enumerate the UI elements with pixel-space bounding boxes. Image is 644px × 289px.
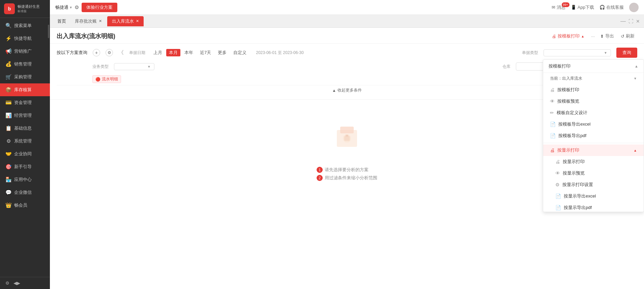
tip-1-text: 请先选择要分析的方案: [325, 167, 369, 173]
sidebar-item-operation[interactable]: 📊 经营管理: [0, 109, 50, 122]
sidebar-item-system[interactable]: ⚙ 系统管理: [0, 135, 50, 148]
sidebar-scrollbar-thumb[interactable]: [48, 25, 49, 38]
date-opt-prev-month[interactable]: 上月: [151, 49, 165, 56]
sidebar-item-marketing[interactable]: 📢 营销推广: [0, 45, 50, 58]
app-download-label: App下载: [578, 4, 594, 10]
panel-item-display-print[interactable]: 🖨 按显示打印: [543, 156, 644, 167]
online-service-button[interactable]: 🎧 在线客服: [599, 4, 624, 10]
panel-item-display-preview[interactable]: 👁 按显示预览: [543, 167, 644, 179]
refresh-button[interactable]: ↺ 刷新: [618, 32, 637, 41]
tab-home[interactable]: 首页: [54, 16, 69, 26]
footer-settings-icon[interactable]: ⚙: [5, 281, 9, 286]
sidebar-item-search[interactable]: 🔍 搜索菜单: [0, 19, 50, 32]
item-label: 模板自定义设计: [557, 110, 587, 116]
panel-item-template-excel[interactable]: 📄 按模板导出excel: [543, 119, 644, 130]
printer-icon: 🖨: [550, 87, 555, 93]
date-opt-custom[interactable]: 自定义: [231, 49, 249, 56]
sidebar-label-wechat: 企业微信: [14, 189, 32, 195]
sidebar-item-apps[interactable]: 🏪 应用中心: [0, 173, 50, 186]
tab-maximize-icon[interactable]: ⛶: [628, 19, 633, 24]
svg-rect-4: [346, 135, 348, 137]
marketing-icon: 📢: [5, 48, 11, 54]
sidebar-item-inventory[interactable]: 📦 库存核算: [0, 83, 50, 96]
page-header: 出入库流水(流水明细) 🖨 按模板打印 ▲ ··· ⬆ 导出 ↺: [50, 28, 644, 44]
tip-2-text: 用过滤条件来缩小分析范围: [325, 175, 377, 181]
panel-item-template-pdf[interactable]: 📄 按模板导出pdf: [543, 130, 644, 141]
date-opt-this-year[interactable]: 本年: [182, 49, 196, 56]
item-label: 按显示预览: [563, 170, 585, 176]
panel-current[interactable]: 当前：出入库流水 ▼: [543, 73, 644, 84]
footer-collapse-icon[interactable]: ◀▶: [13, 281, 20, 286]
panel-header-label: 按模板打印: [549, 63, 570, 69]
settings-icon: ⚙: [555, 182, 560, 187]
app-download-icon: 📱: [571, 5, 576, 10]
tab-close-all-icon[interactable]: ✕: [636, 19, 640, 24]
panel-item-template-print[interactable]: 🖨 按模板打印: [543, 84, 644, 96]
query-button[interactable]: 查询: [616, 48, 637, 58]
header-gear-icon[interactable]: ⚙: [75, 4, 79, 10]
tab-batch-close[interactable]: ✕: [99, 19, 102, 23]
preview-icon-2: 👁: [555, 170, 560, 176]
print-template-button[interactable]: 🖨 按模板打印 ▲: [549, 32, 587, 41]
trial-button[interactable]: 体验行业方案: [82, 3, 117, 12]
refresh-icon: ↺: [621, 34, 624, 39]
add-filter-button[interactable]: +: [93, 49, 100, 56]
sidebar-item-guide[interactable]: 🎯 新手引导: [0, 160, 50, 173]
sidebar-item-member[interactable]: 👑 畅会员: [0, 199, 50, 212]
panel-current-label: 当前：出入库流水: [550, 76, 582, 81]
sidebar-label-shortcut: 快捷导航: [14, 35, 32, 42]
page-content: 出入库流水(流水明细) 🖨 按模板打印 ▲ ··· ⬆ 导出 ↺: [50, 28, 644, 289]
tab-bar: 首页 库存批次账 ✕ 出入库流水 ✕ — ⛶ ✕: [50, 15, 644, 28]
tab-flow[interactable]: 出入库流水 ✕: [107, 16, 144, 26]
message-button[interactable]: ✉ 消息 99+: [552, 4, 565, 10]
sidebar-item-purchase[interactable]: 🛒 采购管理: [0, 71, 50, 83]
app-download-button[interactable]: 📱 App下载: [571, 4, 594, 10]
panel-item-template-preview[interactable]: 👁 按模板预览: [543, 96, 644, 107]
tab-minimize-icon[interactable]: —: [620, 18, 626, 24]
system-icon: ⚙: [5, 138, 11, 144]
chevron-up-icon: ▲: [332, 88, 336, 93]
date-opt-more[interactable]: 更多: [215, 49, 229, 56]
sidebar-nav: 🔍 搜索菜单 ⚡ 快捷导航 📢 营销推广 💰 销售管理 🛒 采购管理 📦 库存核…: [0, 18, 50, 277]
more-dots[interactable]: ···: [590, 32, 596, 40]
tag-icon: 🔴: [95, 77, 100, 82]
item-label: 按显示打印: [557, 147, 579, 153]
sales-icon: 💰: [5, 61, 11, 67]
filter-settings-button[interactable]: ⚙: [106, 49, 113, 56]
sidebar-label-inventory: 库存核算: [14, 87, 32, 93]
panel-header-arrow: ▲: [635, 64, 638, 68]
sidebar-item-wechat[interactable]: 💬 企业微信: [0, 186, 50, 199]
sidebar: b 畅捷通好生意 标准版 🔍 搜索菜单 ⚡ 快捷导航 📢 营销推广 💰 销售管理…: [0, 0, 50, 289]
tab-batch[interactable]: 库存批次账 ✕: [70, 16, 107, 26]
apps-icon: 🏪: [5, 177, 11, 183]
sidebar-label-finance: 资金管理: [14, 100, 32, 106]
panel-item-display-print-settings[interactable]: ⚙ 按显示打印设置: [543, 179, 644, 190]
sidebar-item-shortcut[interactable]: ⚡ 快捷导航: [0, 32, 50, 45]
sidebar-item-collab[interactable]: 🤝 企业协同: [0, 148, 50, 160]
panel-item-display-pdf[interactable]: 📄 按显示导出pdf: [543, 202, 644, 212]
user-dropdown-icon[interactable]: ▾: [70, 5, 72, 10]
empty-tips: 1 请先选择要分析的方案 2 用过滤条件来缩小分析范围: [317, 167, 377, 181]
export-icon: ⬆: [600, 34, 604, 39]
biz-type-select[interactable]: ▼: [114, 63, 154, 70]
panel-item-display-print-group[interactable]: 🖨 按显示打印 ▲: [543, 144, 644, 156]
panel-item-template-custom[interactable]: ✏ 模板自定义设计: [543, 107, 644, 119]
voucher-type-select[interactable]: ▼: [544, 49, 611, 56]
panel-header[interactable]: 按模板打印 ▲: [543, 60, 644, 73]
panel-item-display-excel[interactable]: 📄 按显示导出excel: [543, 190, 644, 202]
date-opt-7days[interactable]: 近7天: [197, 49, 214, 56]
header-right: ✉ 消息 99+ 📱 App下载 🎧 在线客服: [552, 3, 639, 12]
sidebar-item-sales[interactable]: 💰 销售管理: [0, 58, 50, 71]
sidebar-item-basic[interactable]: 📋 基础信息: [0, 122, 50, 135]
filter-tag[interactable]: 🔴 流水明细: [92, 75, 121, 83]
date-opt-current-month[interactable]: 本月: [166, 49, 180, 56]
voucher-dropdown-icon: ▼: [604, 51, 607, 55]
sidebar-item-finance[interactable]: 💳 资金管理: [0, 96, 50, 109]
tab-flow-close[interactable]: ✕: [136, 19, 139, 23]
export-button[interactable]: ⬆ 导出: [597, 32, 617, 41]
date-options: 上月 本月 本年 近7天 更多 自定义: [151, 49, 249, 56]
print-icon: 🖨: [552, 34, 556, 39]
collapse-filter-button[interactable]: 《: [118, 49, 124, 56]
inventory-icon: 📦: [5, 87, 11, 93]
avatar[interactable]: [629, 3, 639, 12]
